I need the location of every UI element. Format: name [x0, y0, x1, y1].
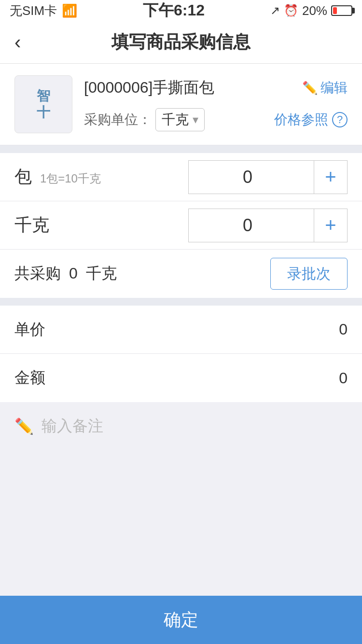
price-section: 单价 0 金额 0	[0, 306, 362, 402]
bag-label: 包 1包=10千克	[14, 165, 101, 189]
alarm-icon: ⏰	[284, 4, 298, 17]
carrier-text: 无SIM卡	[10, 2, 57, 19]
summary-row: 共采购 0 千克 录批次	[0, 250, 362, 298]
location-icon: ↗	[270, 4, 280, 17]
back-button[interactable]: ‹	[14, 31, 21, 53]
edit-link[interactable]: ✏️ 编辑	[302, 79, 348, 97]
input-section: 包 1包=10千克 + 千克 +	[0, 153, 362, 250]
unit-selector[interactable]: 千克 ▾	[155, 108, 205, 131]
chevron-down-icon: ▾	[193, 113, 198, 126]
remark-section[interactable]: ✏️ 输入备注	[0, 402, 362, 450]
bag-input-row: 包 1包=10千克 +	[0, 153, 362, 201]
status-bar: 无SIM卡 📶 下午6:12 ↗ ⏰ 20%	[0, 0, 362, 21]
batch-button[interactable]: 录批次	[270, 258, 348, 290]
product-title-row: [0000006]手撕面包 ✏️ 编辑	[84, 77, 348, 98]
battery-percent: 20%	[302, 3, 327, 18]
product-image: 智 十	[14, 75, 72, 133]
kg-label: 千克	[14, 213, 82, 237]
battery-icon	[331, 5, 352, 16]
kg-input[interactable]	[188, 209, 314, 242]
amount-value: 0	[339, 369, 348, 387]
product-unit-row: 采购单位： 千克 ▾ 价格参照 ?	[84, 108, 348, 131]
edit-icon: ✏️	[302, 81, 318, 96]
unit-value: 千克	[162, 111, 189, 129]
price-ref-button[interactable]: 价格参照 ?	[274, 111, 348, 129]
status-time: 下午6:12	[143, 0, 205, 21]
product-name: [0000006]手撕面包	[84, 77, 214, 98]
bottom-space	[0, 450, 362, 595]
amount-row: 金额 0	[0, 354, 362, 402]
section-separator-2	[0, 298, 362, 306]
confirm-bar[interactable]: 确定	[0, 596, 362, 644]
bag-plus-button[interactable]: +	[314, 160, 348, 194]
kg-plus-button[interactable]: +	[314, 209, 348, 242]
bag-input[interactable]	[188, 160, 314, 194]
kg-input-row: 千克 +	[0, 201, 362, 250]
page-title: 填写商品采购信息	[111, 30, 251, 54]
status-left: 无SIM卡 📶	[10, 2, 77, 19]
unit-price-label: 单价	[14, 319, 45, 340]
unit-price-row: 单价 0	[0, 306, 362, 354]
summary-text: 共采购 0 千克	[14, 263, 117, 284]
product-card: 智 十 [0000006]手撕面包 ✏️ 编辑 采购单位： 千克 ▾ 价格参照 …	[0, 64, 362, 145]
section-separator-1	[0, 145, 362, 153]
confirm-label: 确定	[164, 608, 198, 632]
product-logo: 智 十	[37, 88, 50, 120]
kg-field-container: +	[82, 209, 348, 242]
nav-bar: ‹ 填写商品采购信息	[0, 21, 362, 64]
amount-label: 金额	[14, 367, 45, 389]
unit-label: 采购单位：	[84, 111, 152, 129]
wifi-icon: 📶	[62, 3, 77, 18]
pencil-icon: ✏️	[14, 417, 34, 435]
bag-field-container: +	[101, 160, 348, 194]
status-right: ↗ ⏰ 20%	[270, 3, 352, 18]
remark-placeholder: 输入备注	[42, 416, 103, 437]
unit-price-value: 0	[339, 321, 348, 338]
help-icon: ?	[332, 112, 348, 127]
product-info: [0000006]手撕面包 ✏️ 编辑 采购单位： 千克 ▾ 价格参照 ?	[84, 75, 348, 131]
